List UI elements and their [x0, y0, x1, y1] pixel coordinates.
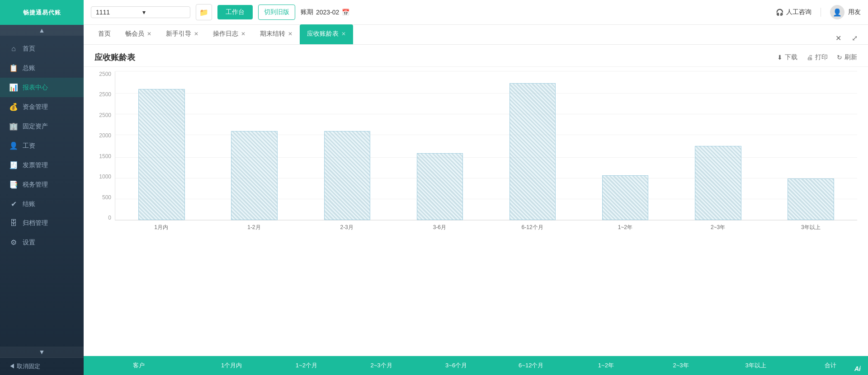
tab-guide[interactable]: 新手引导✕	[159, 24, 206, 44]
ai-badge: Ai	[847, 362, 868, 375]
page-header: 应收账龄表 ⬇ 下载 🖨 打印 ↻ 刷新	[84, 45, 868, 67]
sidebar-item-invoice[interactable]: 🧾发票管理	[0, 155, 84, 175]
tab-label-aging: 应收账龄表	[307, 30, 339, 38]
sidebar-nav: ⌂首页📋总账📊报表中心💰资金管理🏢固定资产👤工资🧾发票管理📑税务管理✔结账🗄归档…	[0, 36, 84, 347]
x-label-1~2年: 1~2年	[579, 224, 671, 231]
tab-close-vip[interactable]: ✕	[147, 31, 151, 37]
archive-icon-btn[interactable]: 📁	[196, 4, 212, 20]
th-3年以上: 3年以上	[718, 361, 793, 370]
period-display: 账期 2023-02 📅	[301, 8, 349, 16]
x-label-1-2月: 1-2月	[208, 224, 300, 231]
bar-group-1月内	[138, 89, 185, 220]
sidebar-item-archive[interactable]: 🗄归档管理	[0, 214, 84, 233]
company-select[interactable]: 1111 ▾	[91, 6, 190, 18]
y-label: 1500	[99, 154, 111, 159]
consult-label: 人工咨询	[786, 8, 811, 16]
grid-line	[115, 199, 857, 199]
archive-icon: 🗄	[9, 219, 18, 227]
refresh-button[interactable]: ↻ 刷新	[837, 53, 857, 61]
tab-close-guide[interactable]: ✕	[194, 31, 198, 37]
th-2~3年: 2~3年	[643, 361, 718, 370]
header: 1111 ▾ 📁 工作台 切到旧版 账期 2023-02 📅 🎧 人工咨询 👤 …	[84, 0, 868, 25]
tab-label-vip: 畅会员	[125, 30, 144, 38]
tab-close-aging[interactable]: ✕	[341, 31, 346, 37]
close-all-tabs-button[interactable]: ✕	[832, 32, 844, 44]
x-label-3-6月: 3-6月	[393, 224, 486, 231]
th-3~6个月: 3~6个月	[419, 361, 494, 370]
bar-group-1-2月	[231, 131, 278, 220]
sidebar-scroll-up[interactable]: ▲	[0, 25, 84, 36]
archive-icon: 📁	[199, 8, 208, 17]
sidebar-item-settings[interactable]: ⚙设置	[0, 233, 84, 252]
sidebar-label-invoice: 发票管理	[23, 161, 48, 169]
content-area: 应收账龄表 ⬇ 下载 🖨 打印 ↻ 刷新 2500250025	[84, 45, 868, 375]
sidebar-scroll-down[interactable]: ▼	[0, 347, 84, 357]
cancel-fixed-btn[interactable]: ◀ 取消固定	[0, 357, 84, 375]
sidebar-item-report[interactable]: 📊报表中心	[0, 78, 84, 97]
logo-text: 畅捷通易代账	[23, 9, 61, 17]
workbench-button[interactable]: 工作台	[217, 5, 253, 19]
sidebar-label-close: 结账	[23, 200, 35, 208]
sidebar-item-asset[interactable]: 🏢固定资产	[0, 117, 84, 136]
maximize-button[interactable]: ⤢	[848, 32, 861, 44]
close-icon: ✔	[9, 200, 18, 208]
salary-icon: 👤	[9, 141, 18, 150]
tab-close-log[interactable]: ✕	[241, 31, 245, 37]
header-right: 🎧 人工咨询 👤 用友	[776, 5, 861, 19]
sidebar-item-home[interactable]: ⌂首页	[0, 39, 84, 58]
tab-vip[interactable]: 畅会员✕	[118, 24, 159, 44]
grid-line	[115, 71, 857, 71]
sidebar-label-home: 首页	[23, 45, 35, 53]
tab-period-end[interactable]: 期末结转✕	[253, 24, 300, 44]
download-button[interactable]: ⬇ 下载	[777, 53, 797, 61]
sidebar-item-tax[interactable]: 📑税务管理	[0, 175, 84, 194]
bar-group-2~3年	[695, 146, 741, 220]
bar-group-6-12个月	[509, 83, 556, 220]
period-label: 账期	[301, 8, 313, 16]
sidebar-label-archive: 归档管理	[23, 219, 48, 227]
download-icon: ⬇	[777, 54, 783, 61]
tab-close-period-end[interactable]: ✕	[288, 31, 292, 37]
sidebar-item-fund[interactable]: 💰资金管理	[0, 97, 84, 117]
refresh-label: 刷新	[844, 53, 857, 61]
company-name: 1111	[96, 9, 139, 16]
calendar-icon[interactable]: 📅	[342, 9, 349, 16]
y-label: 0	[108, 215, 111, 220]
bar-group-3-6月	[417, 153, 463, 220]
chevron-down-icon: ▾	[142, 9, 185, 16]
sidebar-item-ledger[interactable]: 📋总账	[0, 58, 84, 78]
print-label: 打印	[815, 53, 828, 61]
home-icon: ⌂	[9, 45, 18, 53]
grid-line	[115, 135, 857, 135]
tab-aging[interactable]: 应收账龄表✕	[300, 24, 353, 44]
tab-home[interactable]: 首页	[91, 24, 118, 44]
bar-2~3年	[695, 146, 741, 220]
switch-version-button[interactable]: 切到旧版	[258, 5, 295, 20]
bar-6-12个月	[509, 83, 556, 220]
sidebar-item-close[interactable]: ✔结账	[0, 194, 84, 214]
print-icon: 🖨	[807, 54, 813, 61]
y-label: 500	[102, 195, 111, 200]
bar-1月内	[138, 89, 185, 220]
grid-line	[115, 157, 857, 158]
page-title: 应收账龄表	[94, 52, 135, 63]
chart-area: 2500250025002000150010005000 1月内1-2月2-3月…	[84, 67, 868, 356]
bar-group-3年以上	[788, 178, 834, 220]
tabs-bar: 首页畅会员✕新手引导✕操作日志✕期末结转✕应收账龄表✕ ✕ ⤢	[84, 25, 868, 45]
tax-icon: 📑	[9, 180, 18, 189]
page-actions: ⬇ 下载 🖨 打印 ↻ 刷新	[777, 53, 857, 61]
print-button[interactable]: 🖨 打印	[807, 53, 828, 61]
sidebar-label-salary: 工资	[23, 142, 35, 150]
grid-line	[115, 93, 857, 94]
th-1~2个月: 1~2个月	[269, 361, 344, 370]
user-menu[interactable]: 👤 用友	[830, 5, 861, 19]
sidebar: 畅捷通易代账 ▲ ⌂首页📋总账📊报表中心💰资金管理🏢固定资产👤工资🧾发票管理📑税…	[0, 0, 84, 375]
y-label: 2500	[99, 71, 111, 77]
sidebar-label-ledger: 总账	[23, 64, 35, 72]
tab-log[interactable]: 操作日志✕	[206, 24, 253, 44]
tab-label-period-end: 期末结转	[260, 30, 285, 38]
tabs-actions: ✕ ⤢	[832, 32, 861, 44]
consult-button[interactable]: 🎧 人工咨询	[776, 8, 811, 16]
sidebar-item-salary[interactable]: 👤工资	[0, 136, 84, 155]
tab-label-guide: 新手引导	[166, 30, 191, 38]
